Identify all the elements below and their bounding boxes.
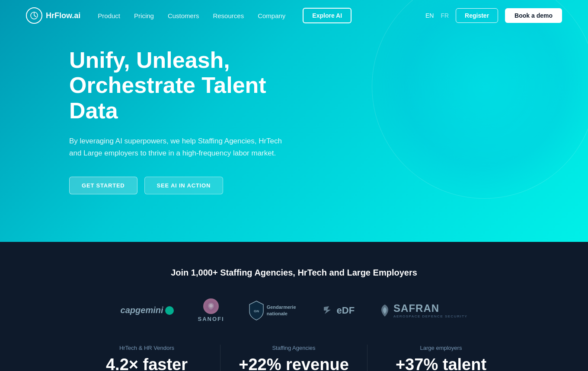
stats-row: HrTech & HR Vendors 4.2× faster growth S… bbox=[26, 345, 562, 371]
stat-employers-value: +37% talent mobility bbox=[376, 355, 506, 371]
edf-text: eDF bbox=[337, 305, 355, 316]
stat-staffing-label: Staffing Agencies bbox=[229, 345, 358, 351]
explore-ai-button[interactable]: Explore AI bbox=[303, 8, 352, 23]
navbar: HrFlow.ai Product Pricing Customers Reso… bbox=[0, 0, 588, 31]
hero-title: Unify, Unleash, Orchestrate Talent Data bbox=[69, 48, 294, 123]
nav-resources[interactable]: Resources bbox=[213, 12, 244, 19]
nav-company[interactable]: Company bbox=[258, 12, 285, 19]
logo-safran: SAFRAN AEROSPACE DEFENCE SECURITY bbox=[379, 302, 467, 318]
logo-link[interactable]: HrFlow.ai bbox=[26, 7, 80, 24]
lang-en-link[interactable]: EN bbox=[425, 12, 434, 19]
svg-text:GN: GN bbox=[254, 309, 259, 313]
sanofi-icon bbox=[203, 298, 219, 314]
stat-staffing-value: +22% revenue bbox=[229, 355, 358, 371]
safran-text: SAFRAN bbox=[393, 302, 467, 314]
social-proof-section: Join 1,000+ Staffing Agencies, HrTech an… bbox=[0, 242, 588, 371]
see-ai-button[interactable]: SEE AI IN ACTION bbox=[144, 177, 224, 194]
gendarmerie-text: Gendarmerie nationale bbox=[267, 304, 296, 317]
hero-content: Unify, Unleash, Orchestrate Talent Data … bbox=[0, 48, 294, 194]
nav-right: EN FR Register Book a demo bbox=[425, 8, 562, 23]
nav-links: Product Pricing Customers Resources Comp… bbox=[98, 8, 425, 23]
logo-text: HrFlow.ai bbox=[46, 11, 80, 20]
social-proof-title: Join 1,000+ Staffing Agencies, HrTech an… bbox=[26, 268, 562, 278]
nav-customers[interactable]: Customers bbox=[168, 12, 199, 19]
logo-edf: eDF bbox=[320, 304, 355, 317]
hero-section: Unify, Unleash, Orchestrate Talent Data … bbox=[0, 0, 588, 242]
logo-icon bbox=[26, 7, 42, 24]
stat-employers: Large employers +37% talent mobility bbox=[368, 345, 514, 371]
lang-fr-link[interactable]: FR bbox=[441, 12, 449, 19]
hero-subtitle: By leveraging AI superpowers, we help St… bbox=[69, 135, 285, 159]
svg-point-3 bbox=[209, 304, 213, 308]
stat-hrtech-label: HrTech & HR Vendors bbox=[82, 345, 211, 351]
logo-gendarmerie: GN Gendarmerie nationale bbox=[249, 300, 296, 321]
stat-employers-label: Large employers bbox=[376, 345, 506, 351]
sanofi-text: SANOFI bbox=[198, 316, 224, 322]
register-button[interactable]: Register bbox=[456, 8, 498, 23]
logo-capgemini: capgemini bbox=[121, 305, 174, 315]
stat-hrtech: HrTech & HR Vendors 4.2× faster growth bbox=[74, 345, 220, 371]
capgemini-dot-icon bbox=[165, 306, 174, 315]
stat-staffing: Staffing Agencies +22% revenue bbox=[220, 345, 368, 371]
stat-hrtech-value: 4.2× faster growth bbox=[82, 355, 211, 371]
safran-subtext: AEROSPACE DEFENCE SECURITY bbox=[393, 314, 467, 318]
book-demo-button[interactable]: Book a demo bbox=[505, 8, 562, 23]
hero-buttons: GET STARTED SEE AI IN ACTION bbox=[69, 177, 294, 194]
logos-row: capgemini SANOFI GN bbox=[26, 298, 562, 322]
svg-line-2 bbox=[34, 16, 36, 17]
logo-sanofi: SANOFI bbox=[198, 298, 224, 322]
nav-pricing[interactable]: Pricing bbox=[134, 12, 154, 19]
nav-product[interactable]: Product bbox=[98, 12, 120, 19]
get-started-button[interactable]: GET STARTED bbox=[69, 177, 137, 194]
